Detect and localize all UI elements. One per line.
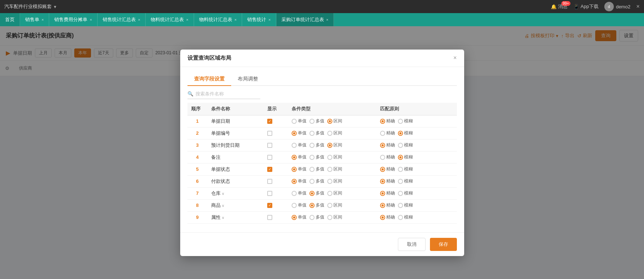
radio-label: 多值 [316,142,324,148]
rule-radio-option[interactable]: 模糊 [398,178,413,184]
modal-close-btn[interactable]: × [453,55,457,61]
type-radio-option[interactable]: 单值 [292,154,307,160]
rule-radio-option[interactable]: 模糊 [398,190,413,196]
rule-radio-group: 精确模糊 [380,130,453,136]
user-area[interactable]: d demo2 [604,2,631,11]
type-radio-option[interactable]: 单值 [292,178,307,184]
rule-radio-option[interactable]: 精确 [380,118,395,124]
dropdown-arrow-icon[interactable]: ▾ [54,4,56,9]
cell-show[interactable] [264,211,288,223]
type-radio-option[interactable]: 区间 [327,226,342,227]
type-radio-option[interactable]: 单值 [292,118,307,124]
rule-radio-option[interactable]: 模糊 [398,214,413,220]
type-radio-option[interactable]: 多值 [309,226,324,227]
type-radio-option[interactable]: 单值 [292,226,307,227]
type-radio-option[interactable]: 单值 [292,202,307,208]
type-radio-option[interactable]: 区间 [327,142,342,148]
rule-radio-option[interactable]: 模糊 [398,142,413,148]
type-radio-option[interactable]: 单值 [292,190,307,196]
show-checkbox[interactable]: ✓ [267,167,272,172]
tab-material-stat2-close[interactable]: × [234,17,237,22]
tab-sales-stat2-close[interactable]: × [268,17,270,22]
type-radio-option[interactable]: 区间 [327,154,342,160]
type-radio-option[interactable]: 单值 [292,142,307,148]
type-radio-option[interactable]: 区间 [327,190,342,196]
cell-show[interactable]: ✓ [264,115,288,127]
notification-btn[interactable]: 🔔 消息 99+ [551,3,568,10]
rule-radio-option[interactable]: 模糊 [398,166,413,172]
radio-circle [327,203,332,208]
tab-sales-expense[interactable]: 销售费用分摊单 × [49,13,97,26]
show-checkbox[interactable] [267,143,272,148]
type-radio-option[interactable]: 区间 [327,166,342,172]
tab-sales-stat[interactable]: 销售统计汇总表 × [98,13,146,26]
cell-name: 单据日期 [208,115,264,127]
rule-radio-option[interactable]: 模糊 [398,226,413,227]
tab-layout-adjust[interactable]: 布局调整 [231,73,265,86]
cell-show[interactable] [264,187,288,199]
type-radio-option[interactable]: 多值 [309,166,324,172]
save-button[interactable]: 保存 [430,238,457,251]
search-input[interactable] [195,91,254,97]
cell-show[interactable]: ✓ [264,163,288,175]
type-radio-option[interactable]: 区间 [327,118,342,124]
type-radio-option[interactable]: 多值 [309,214,324,220]
rule-radio-option[interactable]: 精确 [380,190,395,196]
type-radio-option[interactable]: 区间 [327,214,342,220]
tab-home[interactable]: 首页 [0,13,20,26]
show-checkbox[interactable] [267,131,272,136]
cell-show[interactable]: ✓ [264,199,288,211]
tab-purchase-stat[interactable]: 采购订单统计汇总表 × [276,13,334,26]
tab-sales-stat-close[interactable]: × [138,17,140,22]
rule-radio-option[interactable]: 模糊 [398,118,413,124]
cell-type: 单值多值区间 [288,211,376,223]
app-download-btn[interactable]: 📱 App下载 [573,3,598,10]
rule-radio-option[interactable]: 精确 [380,130,395,136]
type-radio-option[interactable]: 多值 [309,190,324,196]
cell-show[interactable] [264,127,288,139]
type-radio-option[interactable]: 单值 [292,166,307,172]
type-radio-option[interactable]: 单值 [292,214,307,220]
rule-radio-option[interactable]: 精确 [380,166,395,172]
rule-radio-option[interactable]: 精确 [380,142,395,148]
cell-show[interactable] [264,151,288,163]
cancel-button[interactable]: 取消 [398,238,426,251]
tab-sales-close[interactable]: × [42,17,44,22]
rule-radio-option[interactable]: 模糊 [398,202,413,208]
type-radio-option[interactable]: 区间 [327,202,342,208]
tab-query-fields[interactable]: 查询字段设置 [187,73,231,86]
rule-radio-option[interactable]: 精确 [380,154,395,160]
tab-material-stat[interactable]: 物料统计汇总表 × [146,13,194,26]
show-checkbox[interactable] [267,179,272,184]
type-radio-option[interactable]: 区间 [327,130,342,136]
cell-show[interactable] [264,223,288,227]
rule-radio-option[interactable]: 精确 [380,178,395,184]
show-checkbox[interactable]: ✓ [267,119,272,124]
tab-material-stat2[interactable]: 物料统计汇总表 × [194,13,242,26]
type-radio-option[interactable]: 多值 [309,202,324,208]
type-radio-option[interactable]: 多值 [309,154,324,160]
rule-radio-option[interactable]: 模糊 [398,154,413,160]
tab-purchase-stat-close[interactable]: × [326,17,328,22]
cell-show[interactable] [264,139,288,151]
tab-sales-stat2[interactable]: 销售统计 × [242,13,276,26]
rule-radio-option[interactable]: 精确 [380,226,395,227]
type-radio-option[interactable]: 多值 [309,142,324,148]
tab-sales[interactable]: 销售单 × [20,13,49,26]
type-radio-option[interactable]: 区间 [327,178,342,184]
tab-material-stat-close[interactable]: × [186,17,188,22]
type-radio-option[interactable]: 多值 [309,118,324,124]
type-radio-option[interactable]: 单值 [292,130,307,136]
show-checkbox[interactable] [267,215,272,220]
show-checkbox[interactable] [267,155,272,160]
rule-radio-option[interactable]: 精确 [380,202,395,208]
rule-radio-option[interactable]: 精确 [380,214,395,220]
rule-radio-option[interactable]: 模糊 [398,130,413,136]
type-radio-option[interactable]: 多值 [309,130,324,136]
cell-show[interactable] [264,175,288,187]
type-radio-option[interactable]: 多值 [309,178,324,184]
window-close-btn[interactable]: × [636,3,640,10]
show-checkbox[interactable] [267,191,272,196]
show-checkbox[interactable]: ✓ [267,203,272,208]
tab-sales-expense-close[interactable]: × [90,17,92,22]
